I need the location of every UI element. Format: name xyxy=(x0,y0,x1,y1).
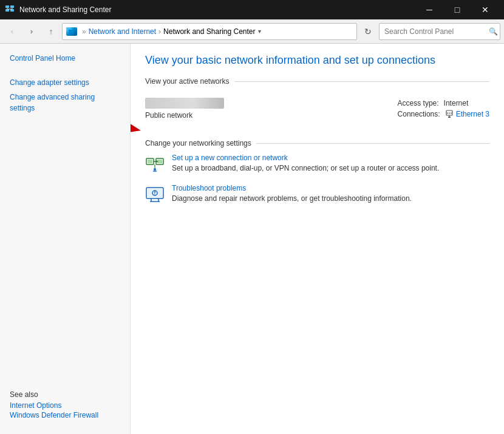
svg-rect-9 xyxy=(69,30,73,33)
svg-rect-2 xyxy=(5,9,9,12)
window-controls[interactable]: ─ □ ✕ xyxy=(415,0,499,19)
connections-label: Connections: xyxy=(398,110,440,118)
back-button[interactable]: ‹ xyxy=(4,23,21,40)
breadcrumb-network-internet[interactable]: Network and Internet xyxy=(89,27,156,36)
troubleshoot-icon xyxy=(145,185,165,205)
minimize-button[interactable]: ─ xyxy=(415,0,443,19)
sidebar: Control Panel Home Change adapter settin… xyxy=(0,44,131,434)
access-type-value: Internet xyxy=(444,99,469,107)
breadcrumb-folder-icon xyxy=(66,27,77,36)
breadcrumb-current: Network and Sharing Center xyxy=(163,27,255,36)
svg-rect-0 xyxy=(5,5,9,8)
search-input[interactable] xyxy=(379,23,500,40)
close-button[interactable]: ✕ xyxy=(471,0,499,19)
svg-point-24 xyxy=(154,168,156,171)
content-area: View your basic network information and … xyxy=(131,44,504,434)
sidebar-item-change-adapter-settings[interactable]: Change adapter settings xyxy=(0,75,130,90)
troubleshoot-link[interactable]: Troubleshoot problems xyxy=(172,184,489,192)
active-networks-box: Public network Access type: Internet Con… xyxy=(145,92,489,129)
breadcrumb-bar: » Network and Internet › Network and Sha… xyxy=(62,23,357,40)
address-bar: ‹ › ↑ » Network and Internet › Network a… xyxy=(0,19,504,44)
network-details: Access type: Internet Connections: xyxy=(373,99,489,118)
network-thumbnail xyxy=(145,98,224,109)
svg-rect-16 xyxy=(448,117,451,118)
troubleshoot-text: Troubleshoot problems Diagnose and repai… xyxy=(172,184,489,204)
main-layout: Control Panel Home Change adapter settin… xyxy=(0,44,504,434)
access-type-row: Access type: Internet xyxy=(398,99,489,107)
breadcrumb-arrow: › xyxy=(158,27,161,36)
forward-button[interactable]: › xyxy=(23,23,40,40)
access-type-label: Access type: xyxy=(398,99,439,107)
new-connection-description: Set up a broadband, dial-up, or VPN conn… xyxy=(172,164,439,172)
sidebar-item-control-panel-home[interactable]: Control Panel Home xyxy=(0,51,130,66)
svg-rect-18 xyxy=(148,160,152,163)
window-title: Network and Sharing Center xyxy=(19,5,415,14)
new-connection-icon xyxy=(145,155,165,174)
ethernet-icon xyxy=(445,110,454,118)
content-wrapper: View your basic network information and … xyxy=(145,53,489,205)
network-name: Public network xyxy=(145,111,373,120)
sidebar-item-internet-options[interactable]: Internet Options xyxy=(10,401,120,410)
see-also-label: See also xyxy=(10,390,120,399)
connections-row: Connections: Ethernet 3 xyxy=(398,110,489,118)
maximize-button[interactable]: □ xyxy=(443,0,471,19)
new-connection-link[interactable]: Set up a new connection or network xyxy=(172,154,489,162)
change-networking-section-label: Change your networking settings xyxy=(145,139,489,147)
connections-link[interactable]: Ethernet 3 xyxy=(445,110,489,118)
new-connection-text: Set up a new connection or network Set u… xyxy=(172,154,489,174)
network-info: Public network xyxy=(145,98,373,120)
svg-rect-3 xyxy=(10,9,14,12)
svg-point-33 xyxy=(154,194,155,195)
search-submit-button[interactable]: 🔍 xyxy=(489,27,498,36)
sidebar-bottom: See also Internet Options Windows Defend… xyxy=(0,383,130,427)
breadcrumb-separator: » xyxy=(82,27,86,36)
annotation-arrow xyxy=(131,107,145,143)
action-troubleshoot: Troubleshoot problems Diagnose and repai… xyxy=(145,184,489,205)
title-bar: Network and Sharing Center ─ □ ✕ xyxy=(0,0,504,19)
app-icon xyxy=(5,5,15,15)
refresh-button[interactable]: ↻ xyxy=(359,23,376,40)
troubleshoot-description: Diagnose and repair network problems, or… xyxy=(172,194,412,203)
search-box-wrapper: 🔍 xyxy=(379,23,500,40)
page-title: View your basic network information and … xyxy=(145,53,489,67)
sidebar-item-change-advanced-sharing[interactable]: Change advanced sharingsettings xyxy=(0,90,130,115)
up-button[interactable]: ↑ xyxy=(43,23,60,40)
active-networks-section-label: View your active networks xyxy=(145,77,489,86)
sidebar-item-windows-defender-firewall[interactable]: Windows Defender Firewall xyxy=(10,411,120,419)
action-new-connection: Set up a new connection or network Set u… xyxy=(145,154,489,174)
svg-rect-1 xyxy=(10,5,14,8)
breadcrumb-dropdown-button[interactable]: ▾ xyxy=(256,28,264,35)
